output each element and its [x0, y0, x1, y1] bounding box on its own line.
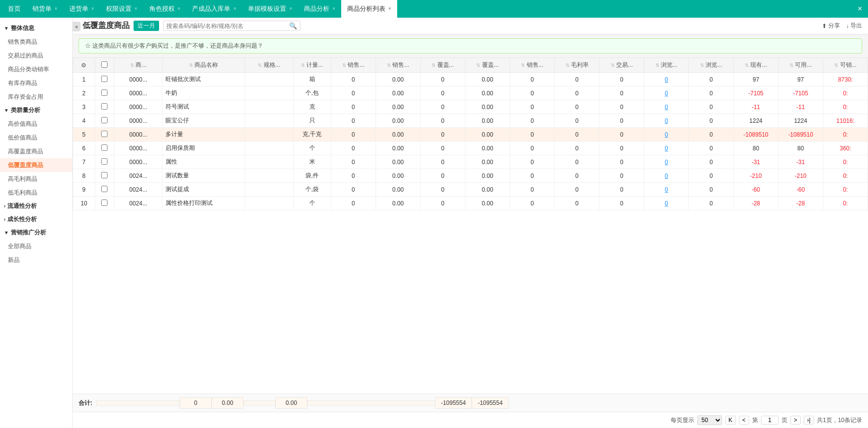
sidebar-item-high-margin[interactable]: 高毛利商品	[0, 172, 72, 186]
prev-page-button[interactable]: <	[739, 416, 749, 425]
next-page-button[interactable]: >	[790, 416, 801, 425]
sidebar-item-sales-goods[interactable]: 销售类商品	[0, 35, 72, 49]
sidebar-item-high-coverage[interactable]: 高覆盖度商品	[0, 144, 72, 158]
sidebar-item-inventory-capital[interactable]: 库存资金占用	[0, 90, 72, 104]
cell-browse1[interactable]: 0	[644, 86, 689, 100]
col-header-spec[interactable]: ⇅ 规格...	[245, 58, 293, 73]
row-checkbox[interactable]	[101, 186, 108, 192]
cell-check[interactable]	[95, 100, 114, 114]
per-page-select[interactable]: 50 10 20 100	[697, 415, 722, 425]
col-header-sales-times[interactable]: ⇅ 销售...	[510, 58, 555, 73]
nav-close-icon[interactable]: ×	[233, 0, 236, 18]
col-header-saleable[interactable]: ⇅ 可销...	[823, 58, 868, 73]
nav-role-auth[interactable]: 角色授权 ×	[143, 0, 187, 18]
cell-browse1[interactable]: 0	[644, 169, 689, 183]
nav-close-icon[interactable]: ×	[54, 0, 57, 18]
sidebar-item-stocked-goods[interactable]: 有库存商品	[0, 76, 72, 90]
nav-product-analysis[interactable]: 商品分析 ×	[298, 0, 341, 18]
nav-template-settings[interactable]: 单据模板设置 ×	[242, 0, 298, 18]
col-header-gross-rate[interactable]: ⇅ 毛利率	[555, 58, 599, 73]
sidebar-item-low-coverage[interactable]: 低覆盖度商品	[0, 158, 72, 172]
window-close-button[interactable]: ×	[858, 4, 866, 13]
page-number-input[interactable]	[761, 416, 779, 425]
cell-browse1[interactable]: 0	[644, 128, 689, 142]
col-header-sales-amt[interactable]: ⇅ 销售...	[376, 58, 420, 73]
cell-check[interactable]	[95, 128, 114, 142]
sidebar-item-category-rate[interactable]: 商品分类动销率	[0, 62, 72, 76]
col-header-settings[interactable]: ⚙	[73, 58, 95, 73]
cell-browse1[interactable]: 0	[644, 155, 689, 169]
period-button[interactable]: 近一月	[134, 21, 159, 31]
col-header-browse2[interactable]: ⇅ 浏览...	[689, 58, 733, 73]
sidebar-item-low-value[interactable]: 低价值商品	[0, 131, 72, 144]
nav-permission-settings[interactable]: 权限设置 ×	[100, 0, 143, 18]
row-checkbox[interactable]	[101, 103, 108, 110]
sidebar-item-all-goods[interactable]: 全部商品	[0, 239, 72, 253]
share-button[interactable]: ⬆ 分享	[822, 22, 840, 30]
cell-check[interactable]	[95, 114, 114, 128]
cell-available: 97	[778, 73, 823, 86]
col-header-browse1[interactable]: ⇅ 浏览...	[644, 58, 689, 73]
cell-check[interactable]	[95, 183, 114, 197]
nav-close-icon[interactable]: ×	[135, 0, 137, 18]
cell-check[interactable]	[95, 86, 114, 100]
col-header-sales-qty[interactable]: ⇅ 销售...	[331, 58, 376, 73]
nav-close-icon-active[interactable]: ×	[388, 0, 391, 18]
row-checkbox[interactable]	[101, 200, 108, 206]
nav-purchase-order[interactable]: 进货单 ×	[63, 0, 100, 18]
cell-check[interactable]	[95, 197, 114, 210]
row-checkbox[interactable]	[101, 158, 108, 165]
sidebar-item-new-goods[interactable]: 新品	[0, 253, 72, 267]
col-header-trade[interactable]: ⇅ 交易...	[599, 58, 644, 73]
row-checkbox[interactable]	[101, 144, 108, 151]
col-header-unit[interactable]: ⇅ 计量...	[293, 58, 331, 73]
sidebar-item-high-value[interactable]: 高价值商品	[0, 117, 72, 131]
total-records-info: 共1页，10条记录	[817, 416, 862, 425]
row-checkbox[interactable]	[101, 172, 108, 178]
first-page-button[interactable]: K	[725, 416, 736, 425]
row-checkbox[interactable]	[101, 117, 108, 123]
sidebar-section-overall[interactable]: ▼ 整体信息	[0, 22, 72, 35]
cell-check[interactable]	[95, 73, 114, 86]
cell-check[interactable]	[95, 169, 114, 183]
cell-browse1[interactable]: 0	[644, 197, 689, 210]
sidebar-section-liquidity[interactable]: › 流通性分析	[0, 200, 72, 213]
cell-check[interactable]	[95, 155, 114, 169]
col-header-coverage2[interactable]: ⇅ 覆盖...	[465, 58, 510, 73]
sidebar-item-traded-goods[interactable]: 交易过的商品	[0, 49, 72, 62]
sidebar-section-growth[interactable]: › 成长性分析	[0, 213, 72, 226]
select-all-checkbox[interactable]	[101, 61, 108, 68]
last-page-button[interactable]: ›|	[804, 416, 814, 425]
col-header-available[interactable]: ⇅ 可用...	[778, 58, 823, 73]
nav-close-icon[interactable]: ×	[178, 0, 181, 18]
cell-check[interactable]	[95, 142, 114, 155]
sidebar-section-marketing[interactable]: ▼ 营销推广分析	[0, 226, 72, 239]
row-checkbox[interactable]	[101, 76, 108, 82]
nav-product-analysis-list[interactable]: 商品分析列表 ×	[341, 0, 397, 18]
nav-sales-order[interactable]: 销货单 ×	[27, 0, 63, 18]
sidebar-item-low-margin[interactable]: 低毛利商品	[0, 186, 72, 200]
cell-sales-amt: 0.00	[376, 128, 420, 142]
col-header-current[interactable]: ⇅ 现有...	[733, 58, 778, 73]
nav-close-icon[interactable]: ×	[332, 0, 335, 18]
col-header-checkbox[interactable]	[95, 58, 114, 73]
col-header-name[interactable]: ⇅ 商品名称	[163, 58, 245, 73]
cell-browse1[interactable]: 0	[644, 73, 689, 86]
table-row: 1 0000... 旺铺批次测试 箱 0 0.00 0 0.00 0 0 0 0…	[73, 73, 868, 86]
nav-finished-goods[interactable]: 产成品入库单 ×	[186, 0, 242, 18]
col-header-coverage1[interactable]: ⇅ 覆盖...	[420, 58, 465, 73]
export-button[interactable]: ↓ 导出	[846, 22, 862, 30]
search-input[interactable]	[166, 23, 289, 29]
sidebar-section-cluster[interactable]: ▼ 类群量分析	[0, 104, 72, 117]
sidebar-collapse-button[interactable]: «	[73, 22, 81, 31]
nav-home[interactable]: 首页	[2, 0, 27, 18]
cell-browse1[interactable]: 0	[644, 142, 689, 155]
row-checkbox[interactable]	[101, 131, 108, 137]
cell-browse1[interactable]: 0	[644, 100, 689, 114]
cell-browse1[interactable]: 0	[644, 183, 689, 197]
cell-browse1[interactable]: 0	[644, 114, 689, 128]
row-checkbox[interactable]	[101, 89, 108, 96]
nav-close-icon[interactable]: ×	[289, 0, 292, 18]
nav-close-icon[interactable]: ×	[91, 0, 94, 18]
col-header-code[interactable]: ⇅ 商...	[114, 58, 163, 73]
